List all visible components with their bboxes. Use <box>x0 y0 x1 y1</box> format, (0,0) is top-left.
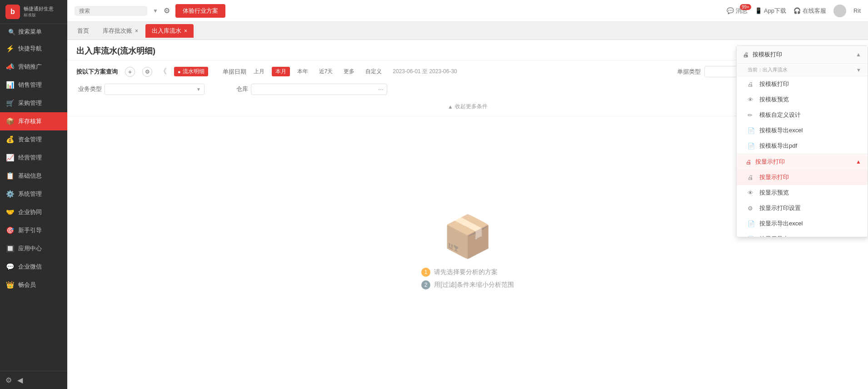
operations-icon: 📈 <box>5 153 15 162</box>
tab-flow[interactable]: 出入库流水 × <box>145 24 194 38</box>
empty-hint-1: 1 请先选择要分析的方案 <box>421 268 514 277</box>
sidebar-item-label: 畅会员 <box>18 281 36 289</box>
sidebar-item-system[interactable]: ⚙️ 系统管理 <box>0 185 67 203</box>
trial-btn[interactable]: 体验行业方案 <box>175 4 225 18</box>
message-icon: 💬 <box>727 7 734 14</box>
sidebar-item-purchase[interactable]: 🛒 采购管理 <box>0 94 67 112</box>
filter-settings-btn[interactable]: ⚙ <box>142 67 152 77</box>
tab-batch-account-close[interactable]: × <box>135 28 138 34</box>
avatar[interactable] <box>833 5 846 17</box>
sidebar-search-item[interactable]: 🔍 搜索菜单 <box>0 24 67 40</box>
enterprise-icon: 🤝 <box>5 208 15 217</box>
biz-type-input[interactable] <box>105 84 205 95</box>
sidebar-item-finance[interactable]: 💰 资金管理 <box>0 130 67 149</box>
panel-item-display-preview[interactable]: 👁 按显示预览 <box>737 185 868 200</box>
sidebar-item-guide[interactable]: 🎯 新手引导 <box>0 221 67 239</box>
collapse-label: 收起更多条件 <box>455 103 488 110</box>
panel-item-template-print[interactable]: 🖨 按模板打印 <box>737 76 868 92</box>
warehouse-label: 仓库 <box>223 85 248 93</box>
guide-icon: 🎯 <box>5 226 15 235</box>
sidebar-item-wechat[interactable]: 💬 企业微信 <box>0 258 67 276</box>
warehouse-more-btn[interactable]: ··· <box>378 85 384 93</box>
sidebar-item-basic-info[interactable]: 📋 基础信息 <box>0 167 67 185</box>
sales-icon: 📊 <box>5 80 15 90</box>
sidebar-bottom: ⚙ ◀ <box>0 371 67 389</box>
panel-item-template-preview[interactable]: 👁 按模板预览 <box>737 92 868 107</box>
logo-title: 畅捷通好生意 <box>24 5 54 12</box>
filter-collapse-btn[interactable]: 《 <box>160 67 167 76</box>
sidebar-nav: ⚡ 快捷导航 📣 营销推广 📊 销售管理 🛒 采购管理 📦 库存核算 💰 资金管… <box>0 40 67 371</box>
app-download-label: App下载 <box>764 7 786 15</box>
filter-add-btn[interactable]: + <box>125 67 135 77</box>
panel-item-template-excel[interactable]: 📄 按模板导出excel <box>737 123 868 138</box>
date-btn-7days[interactable]: 近7天 <box>315 67 337 76</box>
date-btn-last-month[interactable]: 上月 <box>250 67 268 76</box>
tab-home[interactable]: 首页 <box>71 24 95 38</box>
quick-nav-icon: ⚡ <box>5 44 15 53</box>
topbar-dropdown[interactable]: ▼ <box>153 8 158 14</box>
sidebar-settings-icon[interactable]: ⚙ <box>5 376 12 384</box>
panel-template-print-header[interactable]: 🖨 按模板打印 ▲ <box>737 46 868 64</box>
headset-icon: 🎧 <box>793 7 801 14</box>
service-label: 在线客服 <box>803 7 826 15</box>
print-dropdown-panel: 🖨 按模板打印 ▲ 当前：出入库流水 ▼ 🖨 按模板打印 👁 按模板预览 ✏ <box>736 45 868 237</box>
sidebar-item-label: 采购管理 <box>18 99 42 107</box>
message-btn[interactable]: 💬 消息 99+ <box>727 7 748 15</box>
display-print-label: 按显示打印 <box>759 173 789 181</box>
sidebar-item-app-center[interactable]: 🔲 应用中心 <box>0 239 67 258</box>
display-print-header-icon: 🖨 <box>746 159 752 165</box>
panel-item-display-print[interactable]: 🖨 按显示打印 <box>737 170 868 185</box>
tab-flow-label: 出入库流水 <box>152 27 181 35</box>
chevron-down-icon: ▼ <box>153 8 158 14</box>
panel-header-chevron: ▲ <box>856 51 861 58</box>
member-icon: 👑 <box>5 280 15 289</box>
tab-batch-account[interactable]: 库存批次账 × <box>96 24 145 38</box>
date-btn-custom[interactable]: 自定义 <box>362 67 385 76</box>
empty-illustration: 📦 <box>442 213 493 260</box>
sidebar-item-label: 应用中心 <box>18 244 42 253</box>
panel-item-display-settings[interactable]: ⚙ 按显示打印设置 <box>737 200 868 216</box>
display-print-icon: 🖨 <box>748 174 755 181</box>
sidebar-item-enterprise[interactable]: 🤝 企业协同 <box>0 203 67 221</box>
tab-bar: 首页 库存批次账 × 出入库流水 × <box>67 22 868 40</box>
template-excel-label: 按模板导出excel <box>759 126 803 135</box>
topbar-gear-icon[interactable]: ⚙ <box>164 6 170 15</box>
online-service-btn[interactable]: 🎧 在线客服 <box>793 7 826 15</box>
display-preview-icon: 👁 <box>748 190 755 196</box>
date-btn-more[interactable]: 更多 <box>340 67 358 76</box>
collapse-conditions-btn[interactable]: ▲ 收起更多条件 <box>448 103 488 110</box>
biz-type-field: 业务类型 ▼ <box>76 84 205 95</box>
panel-printer-icon: 🖨 <box>743 51 749 58</box>
hint-text-1: 请先选择要分析的方案 <box>434 268 498 276</box>
panel-item-display-excel[interactable]: 📄 按显示导出excel <box>737 216 868 231</box>
panel-display-section-header[interactable]: 🖨 按显示打印 ▲ <box>737 154 868 170</box>
sidebar-item-marketing[interactable]: 📣 营销推广 <box>0 58 67 76</box>
hint-num-2: 2 <box>421 280 430 289</box>
sidebar-item-sales[interactable]: 📊 销售管理 <box>0 76 67 94</box>
warehouse-input[interactable] <box>251 84 387 95</box>
date-btn-this-year[interactable]: 本年 <box>294 67 312 76</box>
sidebar-item-inventory[interactable]: 📦 库存核算 <box>0 112 67 130</box>
filter-label: 按以下方案查询 <box>76 68 118 76</box>
panel-item-template-custom[interactable]: ✏ 模板自定义设计 <box>737 107 868 123</box>
date-filter-group: 单据日期 上月 本月 本年 近7天 更多 自定义 2023-06-01 至 20… <box>223 67 457 76</box>
finance-icon: 💰 <box>5 135 15 144</box>
panel-item-display-pdf[interactable]: 📄 按显示导出pdf <box>737 231 868 237</box>
sidebar-item-label: 销售管理 <box>18 81 42 89</box>
system-icon: ⚙️ <box>5 190 15 199</box>
template-preview-label: 按模板预览 <box>759 95 789 104</box>
date-btn-this-month[interactable]: 本月 <box>272 67 290 76</box>
tab-flow-close[interactable]: × <box>184 28 187 34</box>
sidebar-collapse-icon[interactable]: ◀ <box>17 376 23 384</box>
sidebar-item-quick-nav[interactable]: ⚡ 快捷导航 <box>0 40 67 58</box>
template-print-icon: 🖨 <box>748 81 755 88</box>
app-download-btn[interactable]: 📱 App下载 <box>755 7 786 15</box>
date-label: 单据日期 <box>223 68 246 76</box>
display-section-label: 按显示打印 <box>755 158 785 166</box>
topbar-search-input[interactable] <box>75 6 147 16</box>
sidebar-item-operations[interactable]: 📈 经营管理 <box>0 149 67 167</box>
panel-item-template-pdf[interactable]: 📄 按模板导出pdf <box>737 138 868 154</box>
sidebar-item-member[interactable]: 👑 畅会员 <box>0 276 67 294</box>
app-center-icon: 🔲 <box>5 244 15 253</box>
sidebar-item-label: 营销推广 <box>18 63 42 71</box>
